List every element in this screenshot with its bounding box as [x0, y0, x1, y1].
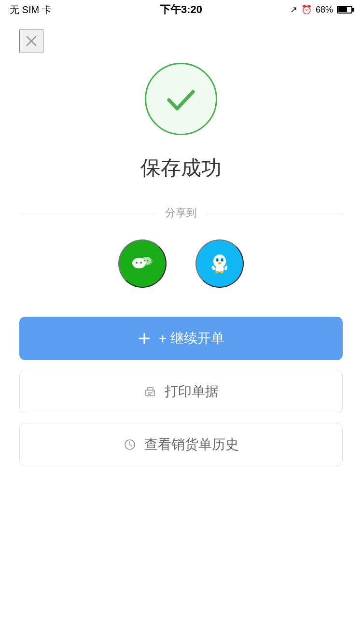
printer-icon [143, 385, 157, 398]
svg-point-8 [143, 260, 145, 261]
svg-point-21 [223, 265, 228, 270]
share-wechat-button[interactable] [118, 239, 167, 288]
svg-point-7 [141, 257, 151, 265]
qq-icon [207, 251, 233, 277]
svg-point-20 [211, 265, 215, 270]
divider-line-right [207, 213, 343, 213]
print-button[interactable]: 打印单据 [19, 370, 343, 413]
success-icon-circle [145, 63, 217, 135]
status-left: 无 SIM 卡 [10, 3, 56, 16]
svg-point-5 [136, 262, 138, 264]
svg-rect-25 [148, 392, 153, 393]
share-divider: 分享到 [19, 206, 343, 220]
carrier-text: 无 SIM 卡 [10, 3, 52, 16]
svg-point-14 [221, 259, 223, 261]
svg-point-13 [216, 259, 218, 261]
battery-icon [337, 6, 352, 14]
svg-point-19 [220, 271, 224, 273]
close-button[interactable] [19, 29, 43, 53]
location-icon: ↗ [290, 4, 297, 15]
success-title: 保存成功 [140, 154, 222, 182]
history-label: 查看销货单历史 [144, 435, 239, 454]
svg-rect-26 [148, 394, 151, 395]
status-time: 下午3:20 [160, 2, 202, 17]
share-label: 分享到 [165, 206, 197, 220]
svg-point-15 [218, 262, 221, 264]
svg-point-6 [140, 262, 142, 264]
svg-point-27 [153, 391, 153, 392]
history-button[interactable]: 查看销货单历史 [19, 423, 343, 466]
print-label: 打印单据 [165, 382, 219, 401]
battery-percentage: 68% [316, 5, 333, 15]
action-buttons-container: + 继续开单 打印单据 查看销货单历史 [19, 317, 343, 466]
share-qq-button[interactable] [195, 239, 244, 288]
main-content: 保存成功 分享到 [0, 19, 362, 476]
history-icon [123, 438, 137, 451]
status-right: ↗ ⏰ 68% [290, 4, 352, 15]
continue-button[interactable]: + 继续开单 [19, 317, 343, 360]
share-icons-container [118, 239, 244, 288]
svg-point-9 [147, 260, 148, 261]
checkmark-icon [162, 80, 200, 118]
wechat-icon [129, 251, 156, 277]
continue-label: + 继续开单 [159, 329, 224, 348]
svg-point-18 [215, 271, 219, 273]
divider-line-left [19, 213, 155, 213]
status-bar: 无 SIM 卡 下午3:20 ↗ ⏰ 68% [0, 0, 362, 19]
plus-icon [138, 332, 151, 345]
alarm-icon: ⏰ [301, 4, 312, 15]
